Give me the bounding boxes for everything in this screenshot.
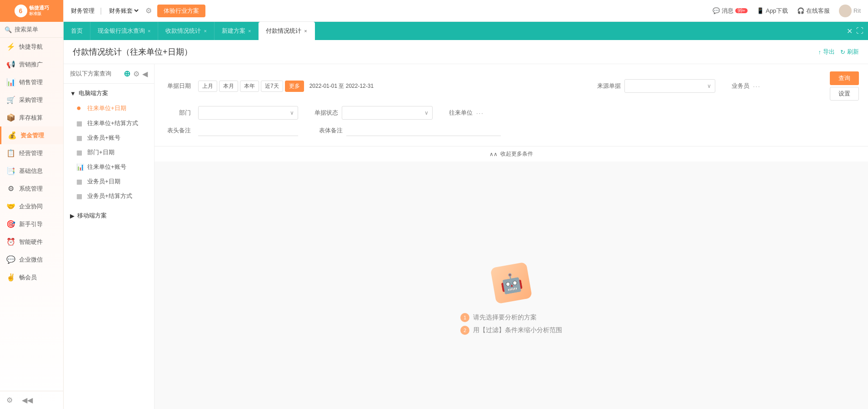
basic-info-icon: 📑 [6,167,15,175]
scheme-add-icon[interactable]: ⊕ [124,69,130,79]
app-download-btn[interactable]: 📱 App下载 [757,7,788,15]
sidebar-search[interactable]: 🔍 搜索菜单 [0,22,63,38]
scheme-item-staff-account[interactable]: ▦ 业务员+账号 [64,131,154,145]
trial-btn[interactable]: 体验行业方案 [157,5,205,17]
scheme-collapse-icon[interactable]: ◀ [142,70,148,78]
user-profile[interactable]: Rit [839,5,861,17]
header-note-input[interactable] [198,125,298,136]
tab-close-all-btn[interactable]: ✕ [847,27,853,35]
messages-label: 消息 [722,7,733,15]
sidebar-item-inventory[interactable]: 📦 库存核算 [0,109,63,126]
scheme-item-unit-date[interactable]: ● 往来单位+日期 [64,100,154,116]
scheme-item-icon-staff-date: ▦ [76,178,85,185]
date-btn-last-month[interactable]: 上月 [198,81,217,92]
sidebar-item-operation[interactable]: 📋 经营管理 [0,144,63,162]
sidebar-item-wechat[interactable]: 💬 企业微信 [0,251,63,268]
topbar: 财务管理 | 财务账套 ⚙ 体验行业方案 💬 消息 99+ 📱 App下载 🎧 … [64,0,868,22]
sidebar-item-label: 基础信息 [19,167,43,175]
online-service-label: 在线客服 [806,7,830,15]
online-service-btn[interactable]: 🎧 在线客服 [797,7,830,15]
sidebar-item-label: 畅会员 [19,273,37,282]
tab-payment-stats-close[interactable]: × [304,28,307,34]
sidebar-item-system[interactable]: ⚙ 系统管理 [0,180,63,197]
refresh-btn[interactable]: ↻ 刷新 [840,48,859,56]
date-btn-7days[interactable]: 近7天 [261,81,283,92]
sidebar-item-basic-info[interactable]: 📑 基础信息 [0,162,63,180]
tab-new-scheme[interactable]: 新建方案 × [215,22,259,40]
tab-home[interactable]: 首页 [64,22,90,40]
scheme-item-staff-date[interactable]: ▦ 业务员+日期 [64,174,154,189]
sidebar-item-finance[interactable]: 💰 资金管理 [0,126,63,144]
sidebar-item-label: 企业协同 [19,202,43,211]
export-btn[interactable]: ↑ 导出 [818,48,835,56]
scheme-item-unit-account[interactable]: 📊 往来单位+账号 [64,160,154,174]
tab-receipt-stats-label: 收款情况统计 [165,27,201,35]
sidebar-item-guide[interactable]: 🎯 新手引导 [0,215,63,233]
messages-badge: 99+ [735,8,748,13]
date-btn-this-year[interactable]: 本年 [240,81,259,92]
system-icon: ⚙ [6,184,15,193]
app-download-icon: 📱 [757,7,764,14]
app-edition: 标准版 [29,11,49,17]
tab-bank-flow-close[interactable]: × [148,28,150,34]
tab-receipt-stats[interactable]: 收款情况统计 × [158,22,214,40]
sidebar-item-quick-nav[interactable]: ⚡ 快捷导航 [0,38,63,56]
settings-filter-btn[interactable]: 设置 [830,87,859,101]
tab-new-scheme-label: 新建方案 [222,27,245,35]
scheme-sidebar-header: 按以下方案查询 ⊕ ⚙ ◀ [64,64,154,84]
topbar-account-select[interactable]: 财务账套 [107,7,140,15]
sales-icon: 📊 [6,78,15,86]
sidebar-item-vip[interactable]: ✌ 畅会员 [0,268,63,286]
messages-btn[interactable]: 💬 消息 99+ [713,7,748,15]
query-btn[interactable]: 查询 [830,71,859,85]
topbar-gear-icon[interactable]: ⚙ [145,6,152,15]
tab-bank-flow[interactable]: 现金银行流水查询 × [90,22,158,40]
sidebar-item-cooperation[interactable]: 🤝 企业协同 [0,197,63,215]
date-btn-more[interactable]: 更多 [285,81,304,92]
filter-row-3: 表头备注 表体备注 [164,125,859,136]
scheme-settings-icon[interactable]: ⚙ [133,70,140,78]
scheme-item-dept-date[interactable]: ▦ 部门+日期 [64,145,154,160]
sidebar-item-sales[interactable]: 📊 销售管理 [0,73,63,91]
filter-rows: 单据日期 上月 本月 本年 近7天 更多 2022-01-01 至 2022-1… [155,64,868,146]
scheme-item-label-staff-account: 业务员+账号 [87,134,120,142]
sidebar-item-label: 快捷导航 [19,43,43,51]
tab-expand-btn[interactable]: ⛶ [856,27,863,35]
collapse-bottom-icon[interactable]: ◀◀ [22,396,33,404]
date-filter-control: 上月 本月 本年 近7天 更多 2022-01-01 至 2022-12-31 [198,81,590,92]
page-header: 付款情况统计（往来单位+日期） ↑ 导出 ↻ 刷新 [64,40,868,64]
sidebar-item-hardware[interactable]: ⏰ 智能硬件 [0,233,63,251]
tab-bank-flow-label: 现金银行流水查询 [98,27,145,35]
empty-tip-1: 1 请先选择要分析的方案 [460,313,562,322]
scheme-item-label-staff-date: 业务员+日期 [87,177,120,186]
scheme-item-unit-settle[interactable]: ▦ 往来单位+结算方式 [64,116,154,131]
scheme-item-label-unit-date: 往来单位+日期 [87,104,126,112]
sidebar-item-label: 资金管理 [20,131,44,140]
sidebar-item-purchase[interactable]: 🛒 采购管理 [0,91,63,109]
tab-payment-stats[interactable]: 付款情况统计 × [259,22,314,40]
doc-status-select[interactable]: ∨ [342,106,433,120]
tab-new-scheme-close[interactable]: × [248,28,251,34]
body-note-input[interactable] [346,125,501,136]
tab-receipt-stats-close[interactable]: × [204,28,206,34]
dept-select[interactable]: ∨ [198,106,298,120]
settings-bottom-icon[interactable]: ⚙ [6,396,13,404]
header-note-label: 表头备注 [164,126,191,135]
topbar-divider: | [100,7,102,15]
guide-icon: 🎯 [6,220,15,228]
sidebar-item-marketing[interactable]: 📢 营销推广 [0,56,63,73]
source-select[interactable]: ∨ [624,79,715,93]
collapse-more-btn[interactable]: ∧∧ 收起更多条件 [155,146,868,162]
tip-num-2: 2 [460,326,469,335]
date-range: 2022-01-01 至 2022-12-31 [309,82,374,90]
sidebar-item-label: 库存核算 [19,114,43,122]
scheme-desktop-title[interactable]: ▼ 电脑端方案 [64,86,154,100]
staff-label: 业务员 [732,82,749,90]
partner-ellipsis-btn[interactable]: ··· [476,110,484,116]
empty-illustration: 🤖 [489,260,534,306]
finance-icon: 💰 [8,131,17,140]
scheme-mobile-title[interactable]: ▶ 移动端方案 [64,209,154,222]
staff-ellipsis-btn[interactable]: ··· [753,83,761,90]
scheme-item-staff-settle[interactable]: ▦ 业务员+结算方式 [64,189,154,203]
date-btn-this-month[interactable]: 本月 [219,81,238,92]
